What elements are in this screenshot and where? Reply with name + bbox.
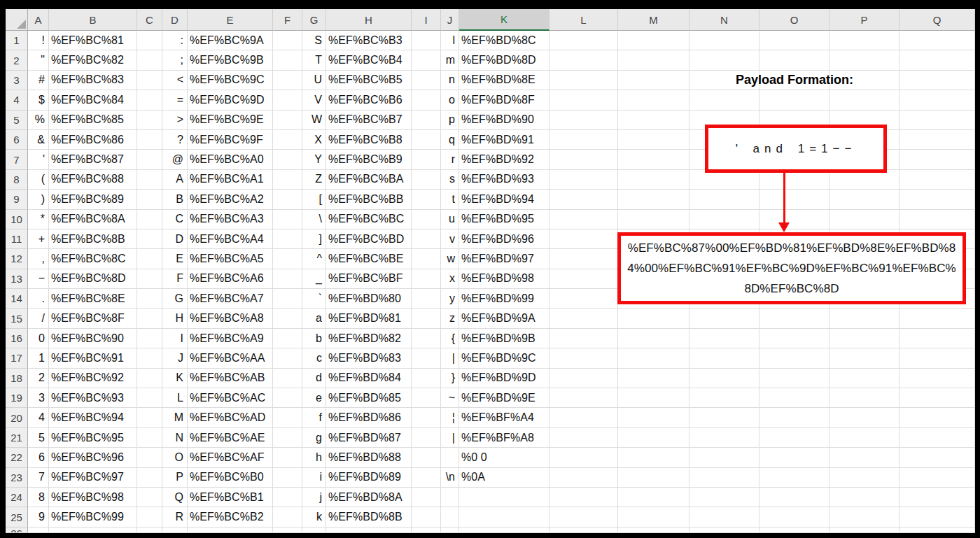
flow-arrow[interactable] — [783, 173, 785, 224]
payload-encoded-line: %EF%BC%87%00%EF%BD%81%EF%BD%8E%EF%BD%8 — [621, 238, 962, 258]
payload-encoded-line: 4%00%EF%BC%91%EF%BC%9D%EF%BC%91%EF%BC% — [621, 258, 962, 278]
spreadsheet: ABCDEFGHIJKLMNOPQ1!%EF%BC%81:%EF%BC%9AS%… — [6, 9, 975, 533]
payload-encoded-box[interactable]: %EF%BC%87%00%EF%BD%81%EF%BD%8E%EF%BD%8 4… — [617, 232, 966, 304]
payload-encoded-line: 8D%EF%BC%8D — [621, 278, 962, 299]
payload-annotation-layer: Payload Formation: ' and 1=1−− %EF%BC%87… — [6, 9, 975, 533]
payload-source-text: ' and 1=1−− — [736, 142, 857, 156]
screenshot-frame: ABCDEFGHIJKLMNOPQ1!%EF%BC%81:%EF%BC%9AS%… — [0, 0, 980, 538]
arrow-head-icon — [778, 222, 790, 232]
payload-formation-title: Payload Formation: — [648, 73, 941, 87]
payload-source-box[interactable]: ' and 1=1−− — [705, 125, 887, 173]
